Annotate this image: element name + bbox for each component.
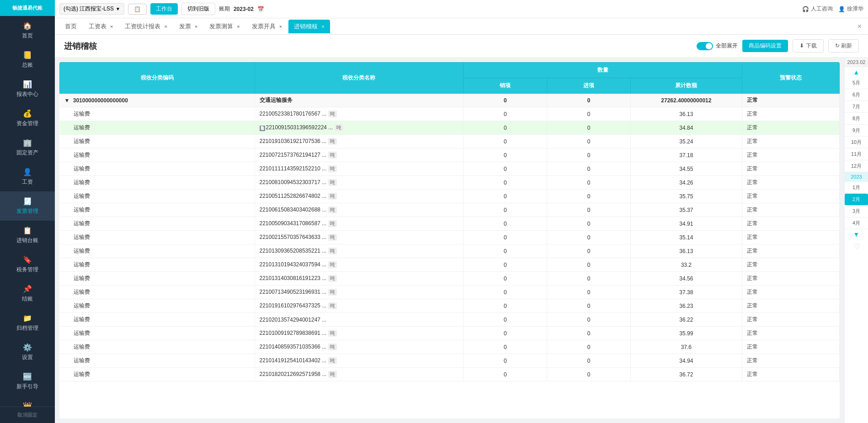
right-panel-month-4[interactable]: 4月 xyxy=(845,217,868,229)
company-selector[interactable]: (勾选) 江西报宝-LSS ▼ xyxy=(59,3,124,15)
nav-arrow-down[interactable]: ▼ xyxy=(853,231,860,238)
cell-status: 正常 xyxy=(742,148,839,162)
right-panel-month-6[interactable]: 6月 xyxy=(845,89,868,101)
cell-sales: 0 xyxy=(463,135,547,148)
cell-invoice-no: 22101314030816191223 ... 吨 xyxy=(255,272,463,286)
tab-salary-stats[interactable]: 工资统计报表 × xyxy=(119,20,172,33)
cell-status: 正常 xyxy=(742,162,839,176)
tab-invoice[interactable]: 发票 × xyxy=(174,20,203,33)
cell-cumulative: 34.56 xyxy=(631,272,742,286)
right-panel-month-1[interactable]: 1月 xyxy=(845,182,868,194)
sidebar-item-assets[interactable]: 🏢 固定资产 xyxy=(0,133,55,162)
cell-sales: 0 xyxy=(463,94,547,107)
sidebar-item-settings[interactable]: ⚙️ 设置 xyxy=(0,338,55,367)
sidebar-item-label: 新手引导 xyxy=(16,383,38,391)
table-row: 运输费 22100615083403402688 ... 吨 0 0 35.37… xyxy=(60,203,840,217)
cell-cumulative: 35.99 xyxy=(631,327,742,340)
cell-item-name: 运输费 xyxy=(60,148,255,162)
tab-sales-reconcile-close[interactable]: × xyxy=(321,24,324,29)
sidebar-item-tax-mgmt[interactable]: 🔖 税务管理 xyxy=(0,250,55,279)
tab-salary-stats-close[interactable]: × xyxy=(164,24,167,29)
tab-home[interactable]: 首页 xyxy=(59,20,82,33)
settings-button[interactable]: 商品编码设置 xyxy=(742,40,788,52)
cell-cumulative: 35.37 xyxy=(631,203,742,217)
sidebar: 畅捷通易代账 🏠 首页 📒 总账 📊 报表中心 💰 资金管理 🏢 固定资产 👤 … xyxy=(0,0,55,423)
right-panel-nav-up: ▲ xyxy=(845,67,868,77)
right-panel-month-12[interactable]: 12月 xyxy=(845,160,868,172)
tab-invoice-open-close[interactable]: × xyxy=(279,24,282,29)
right-panel-month-7[interactable]: 7月 xyxy=(845,101,868,113)
refresh-button[interactable]: ↻ 刷新 xyxy=(828,39,859,53)
tag-label: 吨 xyxy=(328,371,337,378)
sidebar-item-archive[interactable]: 📁 归档管理 xyxy=(0,308,55,338)
table-header-row: 税收分类编码 税收分类名称 数量 预警状态 xyxy=(60,63,840,78)
sidebar-item-guide[interactable]: 🆕 新手引导 xyxy=(0,367,55,396)
cell-cumulative: 37.38 xyxy=(631,286,742,299)
download-icon: ⬇ xyxy=(799,42,804,49)
switch-version-button[interactable]: 切到旧版 xyxy=(181,3,215,15)
th-cumulative: 累计数额 xyxy=(631,78,742,94)
copy-btn[interactable]: 📋 xyxy=(128,4,147,15)
calendar-icon[interactable]: 📅 xyxy=(257,6,264,12)
right-panel-month-9[interactable]: 9月 xyxy=(845,125,868,137)
customer-service[interactable]: 🎧 人工咨询 xyxy=(802,5,833,13)
sidebar-item-member[interactable]: 👑 畅会员 xyxy=(0,396,55,407)
sidebar-item-purchase-sales[interactable]: 📋 进销台账 xyxy=(0,221,55,250)
collapse-arrow[interactable]: ▼ xyxy=(64,97,70,104)
cell-sales: 0 xyxy=(463,299,547,313)
right-panel-month-2[interactable]: 2月 xyxy=(845,194,868,206)
table-row: 运输费 22100810094532303717 ... 吨 0 0 34.26… xyxy=(60,176,840,190)
right-panel-month-5[interactable]: 5月 xyxy=(845,77,868,89)
cell-status: 正常 xyxy=(742,299,839,313)
nav-arrow-up[interactable]: ▲ xyxy=(853,69,860,76)
tag-label: 吨 xyxy=(328,357,337,364)
cell-item-name: 运输费 xyxy=(60,203,255,217)
cell-sales: 0 xyxy=(463,231,547,244)
right-panel-month-11[interactable]: 11月 xyxy=(845,148,868,160)
cell-cumulative: 36.22 xyxy=(631,313,742,327)
header-actions: 全部展开 商品编码设置 ⬇ 下载 ↻ 刷新 xyxy=(697,39,859,53)
table-row: 运输费 22101111143592152210 ... 吨 0 0 34.55… xyxy=(60,162,840,176)
cell-sales: 0 xyxy=(463,121,547,135)
tab-invoice-check-close[interactable]: × xyxy=(237,24,240,29)
cell-cumulative: 34.94 xyxy=(631,354,742,368)
right-panel-month-10[interactable]: 10月 xyxy=(845,137,868,148)
table-container: 税收分类编码 税收分类名称 数量 预警状态 销项 进项 累计数额 ▼ 30100… xyxy=(59,62,840,418)
cell-cumulative: 34.26 xyxy=(631,176,742,190)
sidebar-item-ledger[interactable]: 📒 总账 xyxy=(0,45,55,74)
sidebar-item-invoice-mgmt[interactable]: 🧾 发票管理 xyxy=(0,191,55,221)
cell-invoice-no: 22100713490523196931 ... 吨 xyxy=(255,286,463,299)
tax-mgmt-icon: 🔖 xyxy=(23,255,32,264)
download-button[interactable]: ⬇ 下载 xyxy=(793,39,823,53)
th-sales: 销项 xyxy=(463,78,547,94)
workbench-button[interactable]: 工作台 xyxy=(150,3,178,15)
sidebar-item-close[interactable]: 📌 结账 xyxy=(0,279,55,308)
cell-status: 正常 xyxy=(742,217,839,231)
refresh-icon: ↻ xyxy=(835,42,840,49)
sidebar-item-reports[interactable]: 📊 报表中心 xyxy=(0,74,55,104)
toggle-switch[interactable] xyxy=(697,42,713,50)
tab-sales-reconcile[interactable]: 进销稽核 × xyxy=(288,20,330,33)
tab-salary-close[interactable]: × xyxy=(110,24,113,29)
user-menu[interactable]: 👤 徐潭华 xyxy=(838,5,863,13)
sidebar-unpin[interactable]: 取消固定 xyxy=(0,407,55,423)
cell-purchase: 0 xyxy=(547,272,631,286)
cell-purchase: 0 xyxy=(547,354,631,368)
cell-invoice-no: 22101820212692571958 ... 吨 xyxy=(255,368,463,381)
sidebar-item-capital[interactable]: 💰 资金管理 xyxy=(0,104,55,133)
expand-all-toggle[interactable]: 全部展开 xyxy=(697,42,738,50)
tab-salary[interactable]: 工资表 × xyxy=(83,20,118,33)
tab-invoice-open[interactable]: 发票开具 × xyxy=(246,20,288,33)
cell-status: 正常 xyxy=(742,203,839,217)
right-panel-month-8[interactable]: 8月 xyxy=(845,113,868,125)
table-row: 运输费 22101910361921707536 ... 吨 0 0 35.24… xyxy=(60,135,840,148)
tab-invoice-close[interactable]: × xyxy=(195,24,197,29)
sidebar-item-home[interactable]: 🏠 首页 xyxy=(0,16,55,45)
cell-sales: 0 xyxy=(463,190,547,203)
right-panel-month-3[interactable]: 3月 xyxy=(845,206,868,217)
table-row: 运输费 22100215570357643633 ... 吨 0 0 35.14… xyxy=(60,231,840,244)
sidebar-item-salary[interactable]: 👤 工资 xyxy=(0,162,55,191)
right-panel-favorite[interactable]: ♡ xyxy=(845,239,868,254)
tab-close-all[interactable]: × xyxy=(856,21,863,32)
tab-invoice-check[interactable]: 发票测算 × xyxy=(204,20,245,33)
